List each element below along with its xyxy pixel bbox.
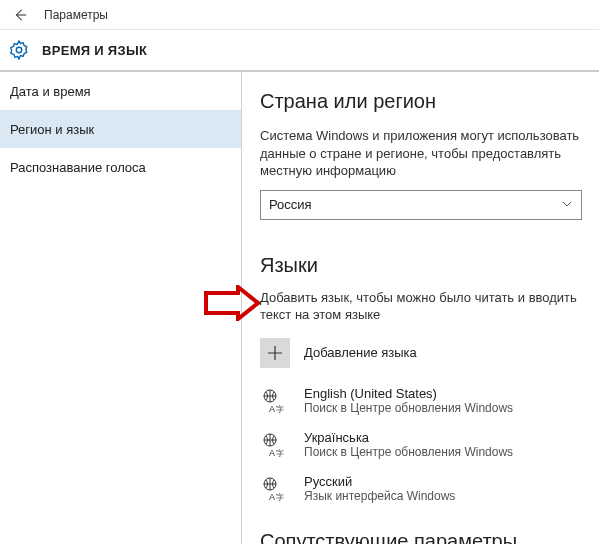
titlebar: Параметры (0, 0, 599, 30)
languages-heading: Языки (260, 254, 587, 277)
page-title: ВРЕМЯ И ЯЗЫК (42, 43, 147, 58)
svg-text:A: A (269, 404, 275, 414)
gear-icon (8, 39, 30, 61)
languages-description: Добавить язык, чтобы можно было читать и… (260, 289, 587, 324)
language-subtitle: Поиск в Центре обновления Windows (304, 401, 513, 415)
back-button[interactable] (0, 0, 40, 30)
content-pane: Страна или регион Система Windows и прил… (242, 72, 599, 544)
chevron-down-icon (561, 196, 573, 214)
svg-text:字: 字 (276, 449, 284, 458)
language-subtitle: Язык интерфейса Windows (304, 489, 455, 503)
country-select-value: Россия (269, 197, 561, 212)
language-subtitle: Поиск в Центре обновления Windows (304, 445, 513, 459)
svg-text:A: A (269, 448, 275, 458)
plus-icon (260, 338, 290, 368)
arrow-left-icon (13, 8, 27, 22)
language-item-english[interactable]: A字 English (United States) Поиск в Центр… (260, 386, 587, 416)
region-heading: Страна или регион (260, 90, 587, 113)
svg-text:A: A (269, 492, 275, 502)
language-item-russian[interactable]: A字 Русский Язык интерфейса Windows (260, 474, 587, 504)
country-select[interactable]: Россия (260, 190, 582, 220)
language-icon: A字 (260, 474, 290, 504)
sidebar-item-date-time[interactable]: Дата и время (0, 72, 241, 110)
add-language-label: Добавление языка (304, 345, 417, 360)
page-header: ВРЕМЯ И ЯЗЫК (0, 30, 599, 72)
language-name: English (United States) (304, 386, 513, 401)
add-language-button[interactable]: Добавление языка (260, 338, 587, 368)
language-name: Русский (304, 474, 455, 489)
language-item-ukrainian[interactable]: A字 Українська Поиск в Центре обновления … (260, 430, 587, 460)
window-title: Параметры (44, 8, 108, 22)
language-icon: A字 (260, 386, 290, 416)
svg-text:字: 字 (276, 493, 284, 502)
sidebar: Дата и время Регион и язык Распознавание… (0, 72, 242, 544)
language-name: Українська (304, 430, 513, 445)
related-heading: Сопутствующие параметры (260, 530, 587, 544)
svg-point-0 (16, 47, 22, 53)
sidebar-item-speech[interactable]: Распознавание голоса (0, 148, 241, 186)
language-icon: A字 (260, 430, 290, 460)
region-description: Система Windows и приложения могут испол… (260, 127, 587, 180)
sidebar-item-region-language[interactable]: Регион и язык (0, 110, 241, 148)
svg-text:字: 字 (276, 405, 284, 414)
